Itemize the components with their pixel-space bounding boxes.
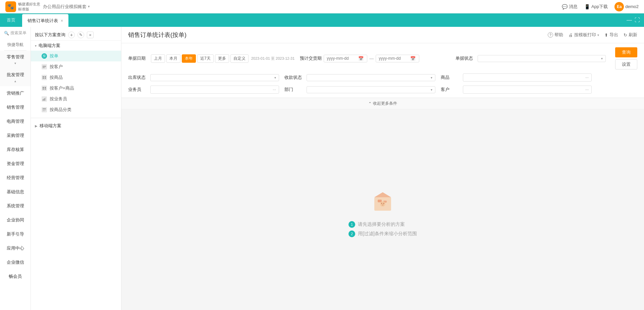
- dept-select[interactable]: ▾: [307, 86, 435, 93]
- sidebar-item-enterprise-collab[interactable]: 企业协同: [0, 213, 31, 227]
- filter-actions: 查询 设置: [615, 47, 637, 69]
- user-menu[interactable]: Ea demo2: [614, 2, 639, 11]
- sidebar-item-finance[interactable]: 资金管理: [0, 157, 31, 171]
- tab-sales-order[interactable]: 销售订单统计表 ×: [22, 14, 68, 28]
- sidebar-item-basic-info[interactable]: 基础信息: [0, 185, 31, 199]
- sidebar-item-app-center[interactable]: 应用中心: [0, 241, 31, 255]
- doc-status-label: 单据状态: [455, 55, 476, 61]
- sidebar-item-marketing[interactable]: 营销推广: [0, 86, 31, 100]
- query-button[interactable]: 查询: [615, 47, 637, 57]
- scheme-group-mobile[interactable]: ▶ 移动端方案: [31, 121, 121, 131]
- expected-date-from-input[interactable]: [327, 56, 357, 61]
- chevron-down-icon: ▾: [14, 61, 16, 65]
- print-dropdown-icon: ▾: [597, 33, 599, 37]
- logo-area: 🐾 畅捷通好生意 标准版: [5, 1, 40, 12]
- refresh-icon: ↻: [624, 33, 627, 38]
- date-btn-this-year[interactable]: 本年: [182, 54, 196, 63]
- export-icon: ⬆: [604, 33, 608, 38]
- sidebar-item-system[interactable]: 系统管理: [0, 199, 31, 213]
- collapse-panel-icon[interactable]: «: [87, 32, 94, 38]
- doc-status-group: 单据状态 ▾: [455, 55, 606, 62]
- date-btn-this-month[interactable]: 本月: [166, 54, 180, 63]
- date-range-text: 2023-01-01 至 2023-12-31: [251, 56, 295, 61]
- export-button[interactable]: ⬆ 导出: [604, 32, 618, 38]
- scheme-by-customer[interactable]: 按客户: [31, 61, 121, 72]
- date-btn-last-month[interactable]: 上月: [151, 54, 165, 63]
- sidebar-item-wholesale[interactable]: 批发管理 ▴: [0, 68, 31, 86]
- svg-rect-10: [45, 89, 46, 90]
- refresh-button[interactable]: ↻ 刷新: [624, 32, 637, 38]
- salesperson-label: 业务员: [128, 87, 148, 93]
- scheme-icon-customer: [42, 64, 47, 69]
- calendar-to-icon: 📅: [410, 56, 416, 61]
- filter-rows: 单据日期 上月 本月 本年 近7天 更多 自定义 2023-01-01 至 20…: [121, 43, 644, 98]
- app-download-button[interactable]: 📱 App下载: [584, 4, 608, 10]
- payment-status-group: 收款状态 ▾: [284, 74, 435, 81]
- expected-date-to[interactable]: 📅: [376, 55, 419, 62]
- date-btn-custom[interactable]: 自定义: [230, 54, 249, 63]
- customer-select[interactable]: ···: [463, 86, 592, 94]
- scheme-by-goods[interactable]: 按商品: [31, 72, 121, 83]
- scheme-by-customer-goods[interactable]: 按客户+商品: [31, 83, 121, 94]
- expected-date-label: 预计交货期: [300, 55, 322, 61]
- svg-rect-13: [45, 98, 45, 101]
- tab-close-icon[interactable]: ×: [61, 18, 63, 23]
- sidebar-item-member[interactable]: 畅会员: [0, 269, 31, 283]
- filter-row-1: 单据日期 上月 本月 本年 近7天 更多 自定义 2023-01-01 至 20…: [128, 47, 637, 69]
- scheme-by-goods-category[interactable]: 按商品分类: [31, 104, 121, 115]
- payment-status-arrow-icon: ▾: [431, 76, 432, 80]
- dept-group: 部门 ▾: [284, 86, 435, 93]
- sidebar-item-ecommerce[interactable]: 电商管理: [0, 114, 31, 128]
- customer-more-icon[interactable]: ···: [585, 87, 589, 92]
- scheme-group-pc[interactable]: ▾ 电脑端方案: [31, 41, 121, 51]
- minimize-icon[interactable]: —: [627, 17, 632, 23]
- add-scheme-icon[interactable]: +: [68, 32, 75, 38]
- svg-rect-16: [43, 109, 46, 110]
- hint-num-2: 2: [348, 230, 355, 237]
- scheme-by-order[interactable]: 按 按单: [31, 51, 121, 61]
- goods-more-icon[interactable]: ···: [585, 75, 589, 80]
- print-button[interactable]: 🖨 按模板打印 ▾: [569, 32, 599, 38]
- setting-button[interactable]: 设置: [615, 59, 637, 69]
- message-button[interactable]: 💬 消息: [562, 4, 578, 10]
- sidebar-item-inventory[interactable]: 库存核算: [0, 143, 31, 157]
- svg-point-24: [381, 203, 382, 204]
- svg-rect-7: [43, 87, 44, 88]
- salesperson-select[interactable]: ···: [150, 86, 279, 94]
- scheme-by-salesperson[interactable]: 按业务员: [31, 94, 121, 104]
- scheme-panel-title: 按以下方案查询: [35, 32, 65, 38]
- doc-status-select[interactable]: ▾: [478, 55, 606, 62]
- collapse-bar[interactable]: ⌃ 收起更多条件: [121, 98, 644, 109]
- sidebar-item-operations[interactable]: 经营管理: [0, 171, 31, 185]
- top-bar-right: 💬 消息 📱 App下载 Ea demo2: [562, 2, 639, 11]
- expected-date-from[interactable]: 📅: [324, 55, 367, 62]
- sidebar-item-new-guide[interactable]: 新手引导: [0, 227, 31, 241]
- date-btn-7days[interactable]: 近7天: [197, 54, 214, 63]
- print-icon: 🖨: [569, 33, 573, 38]
- sidebar-item-purchase[interactable]: 采购管理: [0, 128, 31, 143]
- expected-date-to-input[interactable]: [379, 56, 409, 61]
- page-title: 销售订单统计表(按单): [128, 31, 186, 39]
- maximize-icon[interactable]: ⛶: [635, 17, 640, 23]
- sidebar-search[interactable]: 🔍 搜索菜单: [0, 27, 31, 39]
- filter-row-2: 出库状态 ▾ 收款状态 ▾: [128, 73, 637, 82]
- scheme-panel-icons: + ✎ «: [68, 32, 94, 38]
- sidebar-item-retail[interactable]: 零售管理 ▾: [0, 51, 31, 68]
- date-filter-group: 单据日期 上月 本月 本年 近7天 更多 自定义 2023-01-01 至 20…: [128, 54, 294, 63]
- tab-home[interactable]: 首页: [0, 13, 22, 27]
- sidebar-item-enterprise-wechat[interactable]: 企业微信: [0, 255, 31, 269]
- goods-select[interactable]: ···: [463, 73, 592, 82]
- sidebar-nav-quick[interactable]: 快捷导航: [0, 39, 31, 50]
- breadcrumb-arrow-icon: ▾: [88, 4, 90, 9]
- edit-scheme-icon[interactable]: ✎: [77, 32, 84, 38]
- out-status-select[interactable]: ▾: [150, 74, 279, 81]
- help-button[interactable]: ? 帮助: [548, 32, 563, 38]
- salesperson-more-icon[interactable]: ···: [273, 87, 276, 92]
- payment-status-select[interactable]: ▾: [307, 74, 435, 81]
- goods-filter-group: 商品 ···: [441, 73, 592, 82]
- breadcrumb[interactable]: 办公用品行业模拟账套 ▾: [43, 4, 90, 10]
- app-download-icon: 📱: [584, 4, 590, 9]
- date-btn-more[interactable]: 更多: [215, 54, 229, 63]
- sidebar-item-sales[interactable]: 销售管理: [0, 100, 31, 114]
- right-content: 销售订单统计表(按单) ? 帮助 🖨 按模板打印 ▾ ⬆ 导出: [121, 27, 644, 310]
